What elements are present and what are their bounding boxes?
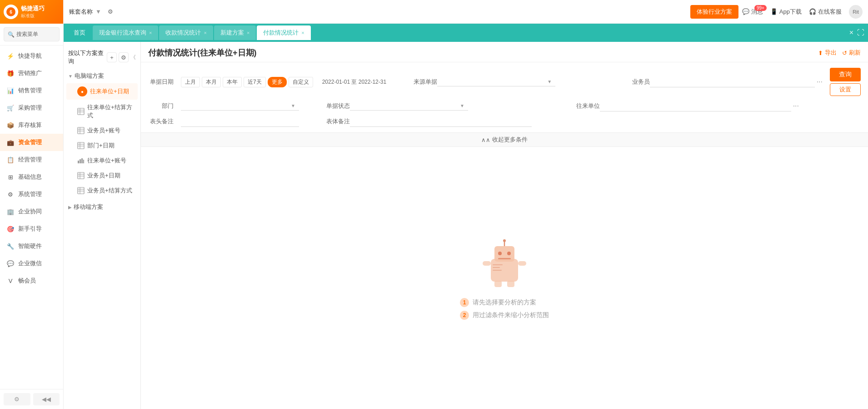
sidebar-item-marketing[interactable]: 🎁 营销推广 xyxy=(0,65,63,82)
search-menu-button[interactable]: 🔍 搜索菜单 xyxy=(4,27,60,41)
box-icon: 📦 xyxy=(6,121,15,129)
query-button[interactable]: 查询 xyxy=(830,68,861,81)
lightning-icon: ⚡ xyxy=(6,52,15,60)
svg-rect-33 xyxy=(494,281,502,287)
refresh-button[interactable]: ↺ 刷新 xyxy=(842,49,861,57)
counterpart-more-icon[interactable]: ··· xyxy=(793,102,799,110)
user-name: Rit xyxy=(853,9,858,15)
export-button[interactable]: ⬆ 导出 xyxy=(818,49,837,57)
user-avatar[interactable]: Rit xyxy=(849,5,863,19)
source-select[interactable]: ▼ xyxy=(437,77,555,86)
dept-select[interactable]: ▼ xyxy=(181,101,299,111)
voucher-status-select[interactable]: ▼ xyxy=(350,101,468,111)
search-menu-label: 搜索菜单 xyxy=(16,30,38,38)
date-btn-last-month[interactable]: 上月 xyxy=(181,77,200,87)
tab-payment-stat[interactable]: 收款情况统计 × xyxy=(159,25,213,40)
empty-illustration xyxy=(477,236,532,291)
svg-rect-8 xyxy=(78,142,84,149)
tab-new-scheme[interactable]: 新建方案 × xyxy=(214,25,256,40)
counterpart-input[interactable] xyxy=(600,101,791,111)
settings-ring-icon: ⚙ xyxy=(6,190,15,198)
date-btn-this-month[interactable]: 本月 xyxy=(202,77,221,87)
sidebar-item-wechat[interactable]: 💬 企业微信 xyxy=(0,255,63,272)
scheme-item-salesman-date[interactable]: 业务员+日期 xyxy=(66,168,138,183)
sidebar-item-basic[interactable]: ⊞ 基础信息 xyxy=(0,168,63,186)
sidebar-item-label: 企业协同 xyxy=(18,207,42,216)
online-support-button[interactable]: 🎧 在线客服 xyxy=(809,8,842,16)
sidebar-item-inventory[interactable]: 📦 库存核算 xyxy=(0,116,63,134)
tab-pay-stat-close-icon[interactable]: × xyxy=(301,30,304,35)
svg-rect-15 xyxy=(83,160,84,163)
hint-item-1: 1 请先选择要分析的方案 xyxy=(460,298,549,307)
export-label: 导出 xyxy=(825,49,837,57)
sidebar-settings-button[interactable]: ⚙ xyxy=(4,393,30,405)
scheme-item-counterpart-date[interactable]: ● 往来单位+日期 xyxy=(66,83,138,100)
date-btn-more[interactable]: 更多 xyxy=(268,77,287,87)
sidebar-item-system[interactable]: ⚙ 系统管理 xyxy=(0,186,63,203)
sidebar-header: 6 畅捷通巧 标准版 xyxy=(0,0,63,24)
scheme-item-dept-date[interactable]: 部门+日期 xyxy=(66,138,138,153)
tab-close-all-button[interactable]: × xyxy=(849,29,853,37)
sidebar-item-sales[interactable]: 📊 销售管理 xyxy=(0,82,63,99)
setting-button[interactable]: 设置 xyxy=(830,83,861,96)
notification-button[interactable]: 💬 消息 99+ xyxy=(742,8,763,16)
tab-bar: 首页 现金银行流水查询 × 收款情况统计 × 新建方案 × 付款情况统计 × ×… xyxy=(64,24,868,42)
body-note-input[interactable] xyxy=(350,116,532,127)
scheme-settings-button[interactable]: ⚙ xyxy=(119,52,129,62)
guide-icon: 🎯 xyxy=(6,225,15,233)
sidebar-item-enterprise[interactable]: 🏢 企业协同 xyxy=(0,203,63,220)
header-gear-button[interactable]: ⚙ xyxy=(104,5,117,18)
date-btn-custom[interactable]: 自定义 xyxy=(289,77,313,87)
tab-bank[interactable]: 现金银行流水查询 × xyxy=(93,25,158,40)
collapse-more-button[interactable]: ∧∧ 收起更多条件 xyxy=(481,136,528,144)
sidebar-item-vip[interactable]: V 畅会员 xyxy=(0,272,63,289)
tab-fullscreen-button[interactable]: ⛶ xyxy=(857,29,864,37)
tab-home[interactable]: 首页 xyxy=(67,25,92,40)
tab-new-scheme-label: 新建方案 xyxy=(220,29,244,37)
tab-pay-stat[interactable]: 付款情况统计 × xyxy=(257,25,310,40)
sidebar-item-purchase[interactable]: 🛒 采购管理 xyxy=(0,99,63,116)
scheme-item-salesman-account[interactable]: 业务员+账号 xyxy=(66,123,138,138)
table-icon xyxy=(77,172,85,179)
hint-text-1: 请先选择要分析的方案 xyxy=(473,298,536,307)
header-right: 💬 消息 99+ 📱 App下载 🎧 在线客服 Rit xyxy=(742,5,863,19)
tab-pay-stat-label: 付款情况统计 xyxy=(263,29,299,37)
sidebar-item-finance[interactable]: 💼 资金管理 xyxy=(0,134,63,151)
scheme-add-button[interactable]: + xyxy=(107,52,117,62)
filter-row-2: 部门 ▼ 单据状态 ▼ 往来单位 xyxy=(148,101,861,111)
date-btn-this-year[interactable]: 本年 xyxy=(223,77,242,87)
sidebar-item-quicknav[interactable]: ⚡ 快捷导航 xyxy=(0,47,63,65)
salesman-input[interactable] xyxy=(650,76,815,87)
grid-icon: ⊞ xyxy=(6,173,15,181)
sidebar: 6 畅捷通巧 标准版 🔍 搜索菜单 ⚡ 快捷导航 🎁 营销推广 📊 销售管理 🛒… xyxy=(0,0,64,409)
header-note-input[interactable] xyxy=(181,116,299,127)
right-content: 付款情况统计(往来单位+日期) ⬆ 导出 ↺ 刷新 单据日期 xyxy=(141,42,868,409)
sidebar-item-operation[interactable]: 📋 经营管理 xyxy=(0,151,63,168)
scheme-group-mobile-header[interactable]: ▶ 移动端方案 xyxy=(65,200,139,214)
sidebar-item-guide[interactable]: 🎯 新手引导 xyxy=(0,220,63,237)
scheme-collapse-button[interactable]: 《 xyxy=(130,54,136,61)
gear-icon: ⚙ xyxy=(14,396,20,403)
filter-row-3: 表头备注 表体备注 xyxy=(148,116,861,127)
scheme-item-counterpart-settlement[interactable]: 往来单位+结算方式 xyxy=(66,100,138,123)
salesman-more-icon[interactable]: ··· xyxy=(817,78,823,86)
sidebar-item-label: 系统管理 xyxy=(18,190,42,198)
dept-dropdown-icon: ▼ xyxy=(291,103,295,108)
collapse-icon: ◀◀ xyxy=(42,396,51,403)
sidebar-item-label: 智能硬件 xyxy=(18,242,42,250)
date-btn-7days[interactable]: 近7天 xyxy=(244,77,266,87)
sidebar-item-label: 经营管理 xyxy=(18,156,42,164)
scheme-group-desktop-header[interactable]: ▼ 电脑端方案 xyxy=(65,69,139,83)
scheme-item-counterpart-account[interactable]: 往来单位+账号 xyxy=(66,153,138,168)
tab-new-scheme-close-icon[interactable]: × xyxy=(247,30,249,35)
sidebar-collapse-button[interactable]: ◀◀ xyxy=(33,393,60,405)
industry-btn[interactable]: 体验行业方案 xyxy=(690,5,738,19)
sidebar-item-label: 畅会员 xyxy=(18,277,36,285)
sidebar-item-hardware[interactable]: 🔧 智能硬件 xyxy=(0,237,63,255)
tab-payment-stat-close-icon[interactable]: × xyxy=(204,30,206,35)
vip-icon: V xyxy=(6,277,15,285)
tab-bank-close-icon[interactable]: × xyxy=(149,30,152,35)
table-icon xyxy=(77,108,85,115)
scheme-item-salesman-settlement[interactable]: 业务员+结算方式 xyxy=(66,183,138,198)
app-download-button[interactable]: 📱 App下载 xyxy=(770,8,802,16)
